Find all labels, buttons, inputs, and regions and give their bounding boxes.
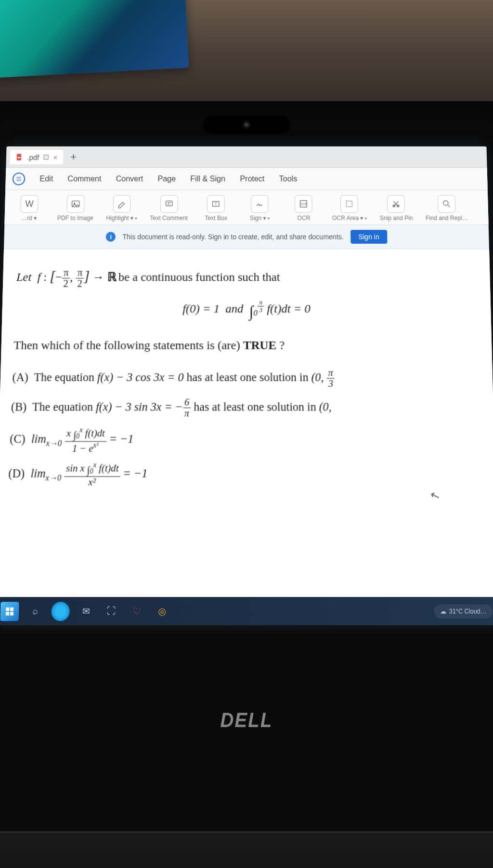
sign-in-button[interactable]: Sign in	[350, 230, 387, 244]
windows-taskbar: ⌕ ✉ ⛶ ♡ ◎ ☁ 31°C Cloud…	[0, 597, 493, 625]
pdf-file-icon	[15, 153, 23, 161]
svg-rect-14	[10, 607, 13, 610]
option-c: (C) limx→0 x ∫0x f(t)dt 1 − ex² = −1	[9, 426, 484, 454]
question-followup: Then which of the following statements i…	[13, 335, 480, 356]
app-menu-icon[interactable]	[13, 172, 26, 185]
svg-point-12	[443, 200, 448, 205]
menu-edit[interactable]: Edit	[39, 174, 53, 183]
svg-rect-9	[347, 201, 352, 207]
text-box-icon: T	[207, 195, 225, 213]
search-icon	[437, 195, 455, 213]
svg-rect-13	[6, 607, 9, 610]
stacked-books	[0, 0, 189, 78]
svg-text:T: T	[215, 201, 217, 206]
menu-tools[interactable]: Tools	[279, 174, 298, 183]
tool-text-comment[interactable]: Text Comment	[150, 195, 188, 222]
document-page: Let f : [−π2, π2] → ℝ be a continuous fu…	[0, 249, 493, 625]
comment-icon	[160, 195, 178, 213]
tab-label: .pdf	[27, 153, 39, 161]
tool-pdf-to-image[interactable]: PDF to Image	[57, 195, 94, 222]
image-icon	[66, 195, 84, 213]
tab-bar: .pdf ⊡ × +	[6, 146, 487, 168]
snip-icon	[387, 195, 405, 213]
svg-rect-4	[166, 201, 172, 206]
laptop-brand-logo: DELL	[220, 709, 272, 732]
highlighter-icon	[113, 195, 131, 213]
weather-icon: ☁	[440, 607, 446, 615]
tool-sign[interactable]: Sign ▾	[244, 195, 275, 222]
ocr-icon: OCR	[295, 195, 312, 213]
weather-text: 31°C Cloud…	[449, 607, 487, 615]
sign-icon	[251, 195, 268, 213]
svg-text:OCR: OCR	[300, 202, 307, 206]
tool-highlight[interactable]: Highlight ▾	[106, 195, 138, 222]
option-b: (B) The equation f(x) − 3 sin 3x = −6π h…	[11, 396, 482, 419]
svg-rect-15	[6, 612, 9, 615]
question-condition: f(0) = 1 and ∫0π3 f(t)dt = 0	[14, 298, 479, 325]
ocr-area-icon	[340, 195, 358, 213]
tool-word-export[interactable]: W …rd ▾	[13, 195, 45, 222]
menu-page[interactable]: Page	[157, 174, 176, 183]
word-icon: W	[20, 195, 39, 213]
toolbar: W …rd ▾ PDF to Image Highlight ▾ Text C	[4, 190, 489, 225]
tool-find-replace[interactable]: Find and Repl…	[425, 195, 468, 222]
menu-fill-sign[interactable]: Fill & Sign	[190, 174, 225, 183]
taskbar-store-icon[interactable]: ⛶	[102, 602, 121, 621]
menu-comment[interactable]: Comment	[67, 174, 101, 183]
tool-ocr-area[interactable]: OCR Area ▾	[332, 195, 367, 222]
laptop-keyboard: F5 F6 F7 F8	[0, 831, 493, 868]
taskbar-tray: ☁ 31°C Cloud…	[434, 604, 493, 618]
taskbar-search-icon[interactable]: ⌕	[26, 602, 44, 621]
question-stem: Let f : [−π2, π2] → ℝ be a continuous fu…	[16, 264, 477, 289]
taskbar-mail-icon[interactable]: ✉	[77, 602, 95, 621]
tab-pin-icon[interactable]: ⊡	[43, 153, 49, 161]
taskbar-app2-icon[interactable]: ◎	[153, 602, 171, 621]
menu-bar: Edit Comment Convert Page Fill & Sign Pr…	[5, 168, 488, 190]
tool-snip-pin[interactable]: Snip and Pin	[379, 195, 413, 222]
close-icon[interactable]: ×	[53, 153, 57, 161]
laptop-body: .pdf ⊡ × + Edit Comment Convert Page Fil…	[0, 101, 493, 868]
option-a: (A) The equation f(x) − 3 cos 3x = 0 has…	[12, 367, 481, 389]
tool-ocr[interactable]: OCR OCR	[288, 195, 319, 222]
info-icon: i	[106, 232, 116, 241]
laptop-screen: .pdf ⊡ × + Edit Comment Convert Page Fil…	[0, 146, 493, 625]
svg-rect-1	[17, 157, 21, 158]
menu-protect[interactable]: Protect	[240, 174, 264, 183]
menu-convert[interactable]: Convert	[116, 174, 143, 183]
svg-rect-16	[10, 612, 13, 615]
taskbar-app-icon[interactable]: ♡	[128, 602, 146, 621]
readonly-info-bar: i This document is read-only. Sign in to…	[4, 225, 489, 249]
webcam	[203, 116, 290, 134]
document-tab[interactable]: .pdf ⊡ ×	[9, 149, 64, 164]
taskbar-edge-icon[interactable]	[51, 602, 70, 621]
readonly-message: This document is read-only. Sign in to c…	[122, 233, 344, 240]
weather-widget[interactable]: ☁ 31°C Cloud…	[434, 604, 493, 618]
start-button[interactable]	[0, 602, 19, 621]
tool-text-box[interactable]: T Text Box	[200, 195, 232, 222]
option-d: (D) limx→0 sin x ∫0x f(t)dt x² = −1	[8, 461, 485, 487]
new-tab-button[interactable]: +	[66, 150, 80, 163]
